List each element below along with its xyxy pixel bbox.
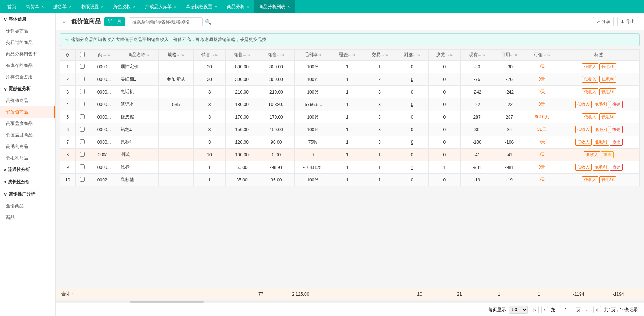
select-all-checkbox[interactable]	[80, 52, 85, 57]
last-page-button[interactable]: ›|	[593, 306, 601, 313]
cell-days: 0天	[526, 161, 558, 174]
sidebar-item-category-sales-rate[interactable]: 商品分类销售率	[0, 48, 55, 60]
prev-page-button[interactable]: ‹	[541, 306, 548, 313]
export-button[interactable]: ⬇ 导出	[617, 17, 638, 26]
cell-view1[interactable]: 0	[396, 111, 429, 123]
th-spec[interactable]: 规格...⇅	[158, 50, 193, 61]
sidebar-item-stock-capital[interactable]: 库存资金占用	[0, 71, 55, 83]
nav-home[interactable]: 首页	[3, 0, 21, 13]
search-input[interactable]	[129, 17, 203, 26]
row-checkbox[interactable]	[80, 127, 85, 132]
th-sales1[interactable]: 销售...⇅	[193, 50, 226, 61]
nav-template-settings[interactable]: 单据模板设置 ×	[181, 0, 221, 13]
nav-close-icon[interactable]: ×	[69, 4, 71, 9]
nav-purchase-order[interactable]: 进货单 ×	[49, 0, 76, 13]
th-avail[interactable]: 可用...⇅	[493, 50, 526, 61]
th-settings[interactable]: ⚙	[60, 50, 76, 61]
cell-checkbox[interactable]	[75, 123, 90, 136]
row-checkbox[interactable]	[80, 114, 85, 119]
cell-view1[interactable]: 0	[396, 73, 429, 86]
th-name[interactable]: 商品名称⇅	[118, 50, 158, 61]
sidebar-collapse-button[interactable]: «	[61, 19, 67, 25]
sidebar-item-high-margin[interactable]: 高毛利商品	[0, 141, 55, 152]
nav-role-auth[interactable]: 角色授权 ×	[108, 0, 140, 13]
sidebar-item-sales-products[interactable]: 销售类商品	[0, 26, 55, 37]
row-checkbox[interactable]	[80, 77, 85, 81]
horizontal-scrollbar[interactable]	[56, 300, 644, 303]
nav-product-warehouse[interactable]: 产成品入库单 ×	[141, 0, 181, 13]
th-code[interactable]: 商...⇅	[90, 50, 118, 61]
cell-view1[interactable]: 0	[396, 136, 429, 149]
sidebar-item-low-coverage[interactable]: 低覆盖度商品	[0, 129, 55, 141]
first-page-button[interactable]: |‹	[531, 306, 539, 313]
nav-product-analysis-list[interactable]: 商品分析列表 ×	[254, 0, 294, 13]
th-trade[interactable]: 交易...⇅	[363, 50, 396, 61]
search-icon[interactable]: 🔍	[205, 19, 211, 25]
th-coverage[interactable]: 覆盖...⇅	[331, 50, 363, 61]
th-view1[interactable]: 浏览...⇅	[396, 50, 429, 61]
cell-view1[interactable]: 1	[396, 161, 429, 174]
nav-product-analysis[interactable]: 商品分析 ×	[222, 0, 254, 13]
sidebar-item-new-products[interactable]: 新品	[0, 212, 55, 223]
scrollbar-thumb[interactable]	[130, 301, 204, 303]
row-checkbox[interactable]	[80, 139, 85, 144]
cell-checkbox[interactable]	[75, 136, 90, 149]
row-checkbox[interactable]	[80, 164, 85, 169]
cell-view1[interactable]: 0	[396, 86, 429, 98]
th-checkbox[interactable]	[75, 50, 90, 61]
sidebar-group-overview[interactable]: ∨ 整体信息	[0, 13, 55, 26]
period-button[interactable]: 近一月	[104, 17, 125, 26]
cell-view1[interactable]: 0	[396, 174, 429, 186]
cell-checkbox[interactable]	[75, 61, 90, 73]
row-checkbox[interactable]	[80, 102, 85, 106]
cell-checkbox[interactable]	[75, 149, 90, 161]
th-margin[interactable]: 毛利率⇅	[294, 50, 331, 61]
row-checkbox[interactable]	[80, 152, 85, 157]
nav-close-icon[interactable]: ×	[101, 4, 103, 9]
cell-margin: 100%	[294, 123, 331, 136]
page-size-select[interactable]: 50 100 200	[509, 306, 528, 314]
th-stock[interactable]: 现有...⇅	[461, 50, 493, 61]
sidebar-item-low-value[interactable]: 低价值商品	[0, 106, 55, 118]
cell-checkbox[interactable]	[75, 86, 90, 98]
cell-view1[interactable]: 0	[396, 149, 429, 161]
nav-close-icon[interactable]: ×	[215, 4, 217, 9]
row-checkbox[interactable]	[80, 89, 85, 94]
sidebar-item-high-coverage[interactable]: 高覆盖度商品	[0, 118, 55, 129]
th-sales2[interactable]: 销售...⇅	[226, 50, 258, 61]
nav-close-icon[interactable]: ×	[288, 4, 290, 9]
sidebar-item-all-products[interactable]: 全部商品	[0, 200, 55, 212]
sidebar-group-growth[interactable]: > 成长性分析	[0, 176, 55, 188]
th-view2[interactable]: 浏览...⇅	[428, 50, 461, 61]
cell-checkbox[interactable]	[75, 73, 90, 86]
page-number-input[interactable]	[559, 306, 573, 313]
cell-checkbox[interactable]	[75, 111, 90, 123]
nav-close-icon[interactable]: ×	[41, 4, 44, 9]
cell-stock: -106	[461, 136, 493, 149]
nav-close-icon[interactable]: ×	[247, 4, 249, 9]
th-sales3[interactable]: 销售...⇅	[258, 50, 294, 61]
cell-view1[interactable]: 0	[396, 61, 429, 73]
sidebar-group-circulation[interactable]: > 流通性分析	[0, 164, 55, 176]
row-checkbox[interactable]	[80, 177, 85, 182]
sidebar-item-low-margin[interactable]: 低毛利商品	[0, 152, 55, 164]
nav-close-icon[interactable]: ×	[174, 4, 176, 9]
cell-checkbox[interactable]	[75, 161, 90, 174]
th-tags[interactable]: 标签	[558, 50, 640, 61]
nav-close-icon[interactable]: ×	[133, 4, 135, 9]
th-days[interactable]: 可销...⇅	[526, 50, 558, 61]
sidebar-group-contribution[interactable]: ∨ 贡献值分析	[0, 83, 55, 95]
cell-checkbox[interactable]	[75, 174, 90, 186]
sidebar-item-traded-products[interactable]: 交易过的商品	[0, 37, 55, 48]
cell-view1[interactable]: 0	[396, 98, 429, 111]
sidebar-item-stocked-products[interactable]: 有库存的商品	[0, 60, 55, 71]
share-button[interactable]: ↗ 分享	[593, 17, 614, 26]
row-checkbox[interactable]	[80, 64, 85, 69]
nav-sales-order[interactable]: 销货单 ×	[21, 0, 48, 13]
sidebar-item-high-value[interactable]: 高价值商品	[0, 95, 55, 106]
nav-permissions[interactable]: 权限设置 ×	[77, 0, 108, 13]
sidebar-group-marketing[interactable]: ∨ 营销推广分析	[0, 188, 55, 200]
next-page-button[interactable]: ›	[584, 306, 590, 313]
cell-view1[interactable]: 0	[396, 123, 429, 136]
cell-checkbox[interactable]	[75, 98, 90, 111]
